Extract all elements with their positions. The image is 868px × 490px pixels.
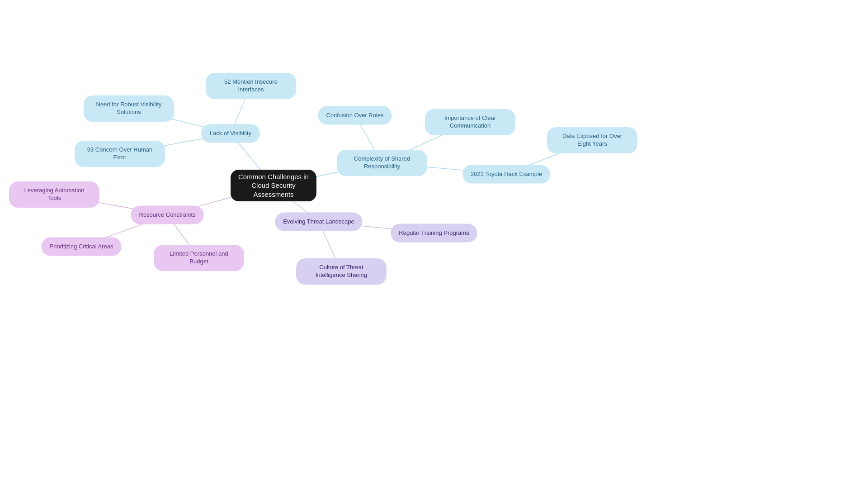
node-limited-personnel: Limited Personnel and Budget xyxy=(154,245,244,271)
node-prioritizing-critical: Prioritizing Critical Areas xyxy=(42,238,122,256)
node-regular-training: Regular Training Programs xyxy=(391,224,477,243)
node-52-insecure: 52 Mention Insecure Interfaces xyxy=(206,73,296,99)
node-resource-constraints: Resource Constraints xyxy=(131,206,204,224)
node-label-93-concern: 93 Concern Over Human Error xyxy=(83,146,157,162)
node-label-center: Common Challenges in Cloud Security Asse… xyxy=(237,172,310,199)
node-leveraging-automation: Leveraging Automation Tools xyxy=(9,181,99,208)
node-label-evolving-threat: Evolving Threat Landscape xyxy=(283,218,354,226)
node-label-data-exposed: Data Exposed for Over Eight Years xyxy=(555,133,629,148)
mind-map-container: Common Challenges in Cloud Security Asse… xyxy=(0,0,868,490)
node-label-lack-of-visibility: Lack of Visibility xyxy=(210,130,251,138)
node-2023-toyota: 2023 Toyota Hack Example xyxy=(462,165,550,184)
node-complexity-shared: Complexity of Shared Responsibility xyxy=(337,150,427,176)
node-label-importance-clear-comm: Importance of Clear Communication xyxy=(433,114,507,130)
node-label-confusion-roles: Confusion Over Roles xyxy=(326,112,383,119)
node-label-need-robust-visibility: Need for Robust Visibility Solutions xyxy=(92,101,166,116)
node-center: Common Challenges in Cloud Security Asse… xyxy=(231,170,316,201)
node-importance-clear-comm: Importance of Clear Communication xyxy=(425,109,515,135)
node-label-limited-personnel: Limited Personnel and Budget xyxy=(162,250,236,266)
node-label-52-insecure: 52 Mention Insecure Interfaces xyxy=(214,78,288,94)
node-93-concern: 93 Concern Over Human Error xyxy=(75,141,165,167)
node-label-culture-threat-intel: Culture of Threat Intelligence Sharing xyxy=(304,264,378,279)
node-label-resource-constraints: Resource Constraints xyxy=(139,211,196,219)
node-label-leveraging-automation: Leveraging Automation Tools xyxy=(17,187,91,202)
node-confusion-roles: Confusion Over Roles xyxy=(318,106,392,125)
node-data-exposed: Data Exposed for Over Eight Years xyxy=(547,127,637,153)
connections-svg xyxy=(0,0,868,490)
node-evolving-threat: Evolving Threat Landscape xyxy=(275,213,362,231)
node-need-robust-visibility: Need for Robust Visibility Solutions xyxy=(84,95,174,122)
node-lack-of-visibility: Lack of Visibility xyxy=(201,124,260,143)
node-label-2023-toyota: 2023 Toyota Hack Example xyxy=(471,171,542,178)
node-culture-threat-intel: Culture of Threat Intelligence Sharing xyxy=(296,258,387,285)
node-label-regular-training: Regular Training Programs xyxy=(399,229,469,237)
node-label-prioritizing-critical: Prioritizing Critical Areas xyxy=(50,243,113,251)
node-label-complexity-shared: Complexity of Shared Responsibility xyxy=(345,155,419,171)
